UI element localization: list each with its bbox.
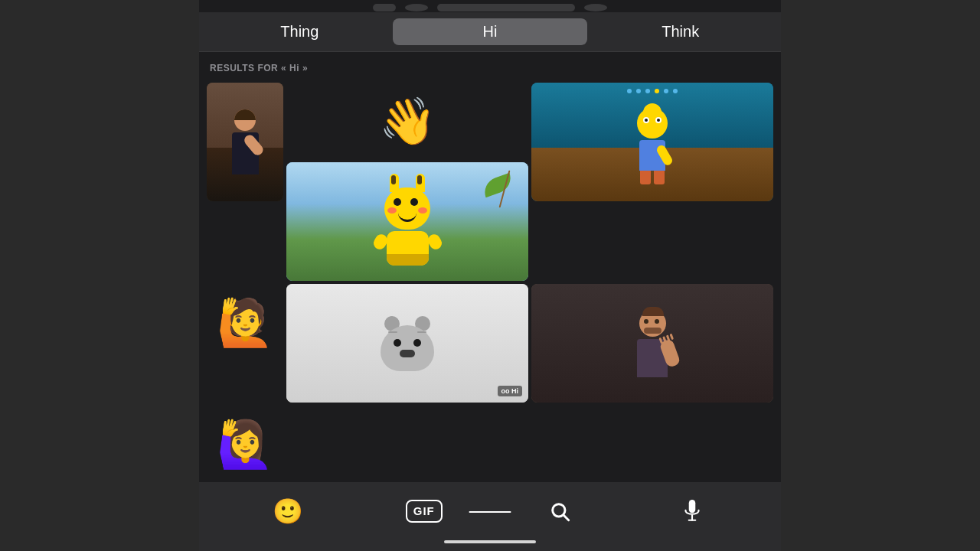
top-bar [199, 0, 781, 12]
gif-simpson[interactable] [531, 83, 773, 201]
top-icon-right [584, 4, 607, 11]
search-bar-top[interactable] [437, 4, 575, 11]
gif-grid: 👋 [207, 83, 773, 482]
gif-dog[interactable]: oo Hi [286, 284, 528, 403]
predictive-word-hi[interactable]: Hi [393, 18, 588, 45]
predictive-text-row: Thing Hi Think [199, 12, 781, 52]
gif-man[interactable] [531, 284, 773, 403]
mic-icon [682, 499, 702, 523]
emoji-item-2[interactable]: 🙋 [207, 284, 283, 360]
emoji-item-3[interactable]: 🙋‍♀️ [207, 406, 283, 482]
svg-line-1 [564, 515, 569, 520]
gif-button-label: GIF [413, 504, 435, 517]
bottom-toolbar: 🙂 GIF [199, 482, 781, 551]
svg-rect-2 [688, 500, 695, 513]
emoji-keyboard-button[interactable]: 🙂 [269, 492, 307, 530]
top-icon-left [373, 4, 396, 11]
smiley-icon: 🙂 [273, 497, 303, 526]
results-label: RESULTS FOR « Hi » [207, 63, 773, 73]
mic-button[interactable] [673, 492, 711, 530]
emoji-item-1[interactable]: 👋 [286, 83, 528, 159]
search-icon [549, 500, 570, 522]
gif-woman[interactable] [207, 83, 283, 201]
gif-active-indicator [469, 511, 511, 514]
gif-results-area: RESULTS FOR « Hi » 👋 [199, 52, 781, 482]
gif-tab-button[interactable]: GIF [401, 494, 447, 528]
gif-pikachu[interactable] [286, 162, 528, 281]
home-indicator [444, 540, 536, 543]
hi-badge: oo Hi [498, 386, 523, 396]
top-icon-center [405, 4, 428, 11]
predictive-word-thing[interactable]: Thing [207, 23, 393, 41]
search-button[interactable] [541, 492, 579, 530]
gif-dots [627, 89, 678, 93]
predictive-word-think[interactable]: Think [587, 23, 773, 41]
